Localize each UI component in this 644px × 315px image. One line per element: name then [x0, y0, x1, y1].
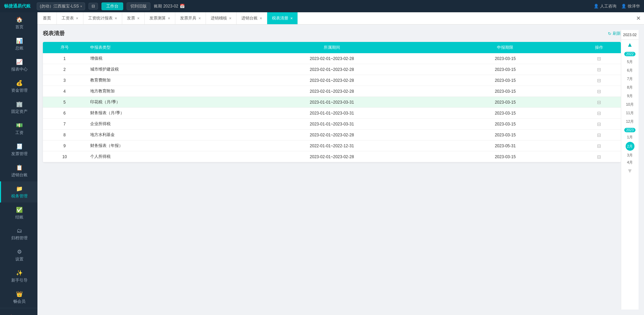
tab-close-invoice-issue[interactable]: × — [198, 16, 201, 21]
action-icon[interactable]: ⊟ — [597, 100, 601, 105]
cell-action[interactable]: ⊟ — [578, 86, 621, 97]
table-row: 5 印花税（月/季） 2023-01-01~2023-03-31 2023-03… — [43, 97, 621, 108]
action-icon[interactable]: ⊟ — [597, 89, 601, 94]
sidebar-item-invoices[interactable]: 🧾 发票管理 — [0, 139, 37, 160]
cell-deadline: 2023-03-15 — [433, 53, 578, 64]
cell-type: 印花税（月/季） — [86, 97, 231, 108]
cell-deadline: 2023-03-15 — [433, 108, 578, 119]
tab-invoice-issue-label: 发票开具 — [180, 15, 196, 21]
tab-close-tax-roster[interactable]: × — [290, 16, 293, 21]
cell-type: 地方水利基金 — [86, 130, 231, 140]
action-icon[interactable]: ⊟ — [597, 67, 601, 72]
user-service-btn[interactable]: 👤 人工咨询 — [594, 3, 616, 9]
cell-no: 10 — [43, 151, 86, 162]
cell-deadline: 2023-03-15 — [433, 75, 578, 86]
copy-icon-btn[interactable]: ⊟ — [88, 3, 98, 10]
period-label: 账期 — [154, 3, 162, 9]
cell-no: 5 — [43, 97, 86, 108]
tab-purchase-audit[interactable]: 进销稽核 × — [206, 12, 237, 24]
action-icon[interactable]: ⊟ — [597, 132, 601, 138]
calendar-icon[interactable]: 📅 — [180, 4, 185, 9]
cell-action[interactable]: ⊟ — [578, 97, 621, 108]
sidebar-item-payroll[interactable]: 💵 工资 — [0, 118, 37, 139]
sidebar-item-reports[interactable]: 📈 报表中心 — [0, 55, 37, 76]
tab-purchase-audit-label: 进销稽核 — [211, 15, 227, 21]
sidebar-item-archive[interactable]: 🗂 归档管理 — [0, 224, 37, 244]
user-profile-btn[interactable]: 👤 徐泽华 — [621, 3, 640, 9]
tab-home[interactable]: 首页 — [37, 12, 57, 24]
tab-close-purchase-ledger[interactable]: × — [260, 16, 262, 21]
right-panel-header: 2023.02 — [621, 30, 639, 40]
action-icon[interactable]: ⊟ — [597, 143, 601, 149]
cell-period: 2023-02-01~2023-02-28 — [231, 86, 433, 97]
table-row: 7 企业所得税 2023-01-01~2023-03-31 2023-03-15… — [43, 119, 621, 130]
month-item[interactable]: 9月 — [622, 92, 637, 100]
tab-payroll-table[interactable]: 工资表 × — [57, 12, 83, 24]
tab-bar: 首页 工资表 × 工资统计报表 × 发票 × 发票测算 × 发票开具 × — [37, 12, 644, 25]
sidebar-item-member[interactable]: 👑 畅会员 — [0, 287, 37, 308]
action-icon[interactable]: ⊟ — [597, 78, 601, 83]
close-tab-btn[interactable]: ✕ — [636, 15, 641, 21]
cell-action[interactable]: ⊟ — [578, 53, 621, 64]
cell-action[interactable]: ⊟ — [578, 108, 621, 119]
refresh-button[interactable]: ↻ 刷新 — [608, 31, 621, 36]
action-icon[interactable]: ⊟ — [597, 121, 601, 127]
sidebar-label-funds: 资金管理 — [11, 88, 28, 93]
sidebar-item-assets[interactable]: 🏢 固定资产 — [0, 97, 37, 118]
cell-action[interactable]: ⊟ — [578, 75, 621, 86]
tab-close-invoice[interactable]: × — [137, 16, 140, 21]
cell-action[interactable]: ⊟ — [578, 130, 621, 140]
month-item[interactable]: 10月 — [622, 100, 637, 109]
page-main: 税表清册 ↻ 刷新 序号 申报表类型 所属期间 申报期限 操作 — [43, 30, 621, 310]
main-layout: 🏠 首页 📊 总账 📈 报表中心 💰 资金管理 🏢 固定资产 💵 工资 🧾 发票… — [0, 12, 644, 315]
sidebar-item-close[interactable]: ✅ 结账 — [0, 202, 37, 224]
cell-action[interactable]: ⊟ — [578, 140, 621, 151]
sidebar-item-ledger[interactable]: 📊 总账 — [0, 33, 37, 55]
month-item[interactable]: 1月 — [622, 134, 637, 141]
cell-action[interactable]: ⊟ — [578, 64, 621, 75]
switch-old-button[interactable]: 切到旧版 — [127, 2, 150, 10]
cell-action[interactable]: ⊟ — [578, 151, 621, 162]
cell-action[interactable]: ⊟ — [578, 119, 621, 130]
tab-close-payroll[interactable]: × — [76, 16, 78, 21]
company-selector[interactable]: (勿动）江西服宝-LSS ▾ — [37, 2, 85, 10]
month-item[interactable]: 2月 — [622, 141, 637, 152]
action-icon[interactable]: ⊟ — [597, 110, 601, 116]
tab-invoice-calc[interactable]: 发票测算 × — [145, 12, 175, 24]
tab-invoice[interactable]: 发票 × — [122, 12, 145, 24]
cell-type: 增值税 — [86, 53, 231, 64]
member-icon: 👑 — [16, 291, 23, 297]
nav-up-btn[interactable]: ▲ — [626, 40, 634, 50]
month-item[interactable]: 5月 — [622, 58, 637, 66]
month-item[interactable]: 6月 — [622, 66, 637, 75]
tab-purchase-ledger[interactable]: 进销台账 × — [237, 12, 267, 24]
cancel-fixed-btn[interactable]: 📌 取消固定 — [0, 312, 37, 315]
service-icon: 👤 — [594, 4, 599, 9]
tab-close-payroll-stats[interactable]: × — [115, 16, 117, 21]
month-item[interactable]: 11月 — [622, 109, 637, 117]
cell-period: 2023-02-01~2023-02-28 — [231, 64, 433, 75]
tab-close-invoice-calc[interactable]: × — [168, 16, 170, 21]
action-icon[interactable]: ⊟ — [597, 56, 601, 61]
action-icon[interactable]: ⊟ — [597, 154, 601, 160]
month-item[interactable]: 4月 — [622, 159, 637, 166]
sidebar-item-home[interactable]: 🏠 首页 — [0, 12, 37, 33]
tab-payroll-stats[interactable]: 工资统计报表 × — [83, 12, 122, 24]
tab-close-purchase-audit[interactable]: × — [229, 16, 231, 21]
sidebar-item-purchase-sales[interactable]: 📋 进销台账 — [0, 160, 37, 181]
month-item[interactable]: 8月 — [622, 83, 637, 92]
tab-payroll-table-label: 工资表 — [62, 15, 74, 21]
month-item[interactable]: 7月 — [622, 75, 637, 83]
active-month[interactable]: 2月 — [626, 142, 634, 151]
sidebar-item-tax[interactable]: 📁 税务管理 — [0, 181, 37, 202]
sidebar-item-guide[interactable]: ✨ 新手引导 — [0, 266, 37, 287]
workbench-button[interactable]: 工作台 — [101, 2, 123, 10]
sidebar-item-funds[interactable]: 💰 资金管理 — [0, 76, 37, 97]
month-item[interactable]: 3月 — [622, 152, 637, 159]
cell-deadline: 2023-03-15 — [433, 97, 578, 108]
tab-invoice-issue[interactable]: 发票开具 × — [175, 12, 206, 24]
month-item[interactable]: 12月 — [622, 117, 637, 126]
sidebar-item-settings[interactable]: ⚙ 设置 — [0, 244, 37, 266]
nav-down-btn[interactable]: ▼ — [626, 166, 634, 176]
tab-tax-roster[interactable]: 税表清册 × — [267, 12, 298, 24]
